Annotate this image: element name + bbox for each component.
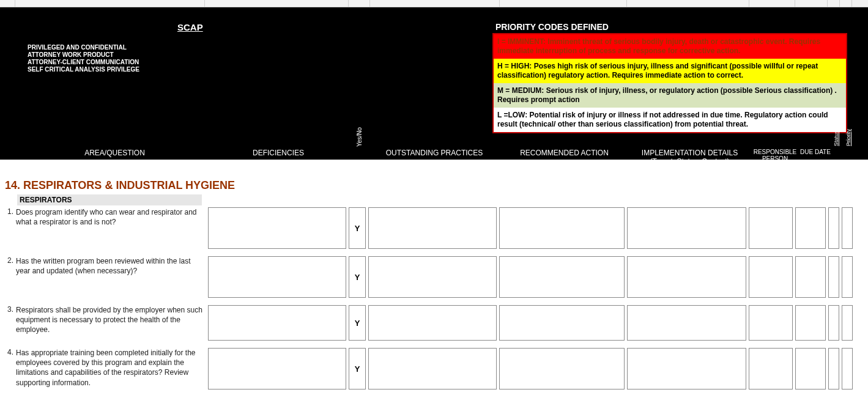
cell-responsible-person[interactable] <box>749 256 793 298</box>
cell-status[interactable] <box>828 348 839 389</box>
cell-deficiencies[interactable] <box>208 305 346 341</box>
privileged-block: PRIVILEGED AND CONFIDENTIAL ATTORNEY WOR… <box>28 44 139 73</box>
cell-recommended-action[interactable] <box>499 305 625 341</box>
cell-due-date[interactable] <box>795 207 826 249</box>
cell-priority[interactable] <box>842 348 853 389</box>
doc-title: SCAP <box>177 22 203 32</box>
priority-codes-title: PRIORITY CODES DEFINED <box>495 22 609 32</box>
cell-responsible-person[interactable] <box>749 305 793 341</box>
priv-line: SELF CRITICAL ANALYSIS PRIVILEGE <box>28 66 139 73</box>
answer-cells: Y <box>208 207 853 249</box>
question-number: 4. <box>0 348 16 356</box>
col-due-date: DUE DATE <box>800 149 831 155</box>
question-number: 3. <box>0 305 16 314</box>
cell-outstanding-practices[interactable] <box>368 348 497 389</box>
question-number: 1. <box>0 207 16 216</box>
cell-status[interactable] <box>828 305 839 341</box>
col-priority: Priority <box>845 135 851 146</box>
question-text: Has appropriate training been completed … <box>16 348 206 388</box>
cell-recommended-action[interactable] <box>499 207 625 249</box>
cell-due-date[interactable] <box>795 305 826 341</box>
priority-code-high: H = HIGH: Poses high risk of serious inj… <box>494 59 846 83</box>
cell-deficiencies[interactable] <box>208 207 346 249</box>
cell-outstanding-practices[interactable] <box>368 305 497 341</box>
cell-yes-no[interactable]: Y <box>349 256 366 298</box>
question-text: Does program identify who can wear and r… <box>16 207 206 227</box>
priority-code-imminent: I = IMMINENT: Imminent threat of serious… <box>494 34 846 59</box>
col-deficiencies: DEFICIENCIES <box>208 149 349 157</box>
question-row: 1.Does program identify who can wear and… <box>0 207 868 249</box>
cell-priority[interactable] <box>842 256 853 298</box>
cell-implementation-details[interactable] <box>627 348 746 389</box>
cell-status[interactable] <box>828 256 839 298</box>
col-outstanding-practices: OUTSTANDING PRACTICES <box>370 149 499 157</box>
section-title: 14. RESPIRATORS & INDUSTRIAL HYGIENE <box>5 179 868 192</box>
question-text: Respirators shall be provided by the emp… <box>16 305 206 335</box>
question-row: 2.Has the written program been reviewed … <box>0 256 868 298</box>
col-implementation-details: IMPLEMENTATION DETAILS (Target, Status, … <box>630 149 749 166</box>
question-row: 3.Respirators shall be provided by the e… <box>0 305 868 341</box>
cell-due-date[interactable] <box>795 256 826 298</box>
answer-cells: Y <box>208 305 853 341</box>
cell-yes-no[interactable]: Y <box>349 207 366 249</box>
cell-implementation-details[interactable] <box>627 207 746 249</box>
cell-status[interactable] <box>828 207 839 249</box>
question-number: 2. <box>0 256 16 265</box>
header-panel: SCAP PRIVILEGED AND CONFIDENTIAL ATTORNE… <box>0 7 868 160</box>
cell-responsible-person[interactable] <box>749 207 793 249</box>
cell-deficiencies[interactable] <box>208 256 346 298</box>
cell-yes-no[interactable]: Y <box>349 348 366 389</box>
subsection-header: RESPIRATORS <box>17 194 202 205</box>
priority-code-medium: M = MEDIUM: Serious risk of injury, illn… <box>494 83 846 108</box>
cell-deficiencies[interactable] <box>208 348 346 389</box>
question-row: 4.Has appropriate training been complete… <box>0 348 868 389</box>
answer-cells: Y <box>208 256 853 298</box>
column-ruler <box>0 0 868 7</box>
col-yes-no: Yes/No <box>356 131 363 147</box>
priv-line: ATTORNEY WORK PRODUCT <box>28 51 139 59</box>
cell-due-date[interactable] <box>795 348 826 389</box>
priority-codes-box: I = IMMINENT: Imminent threat of serious… <box>492 33 847 133</box>
col-area-question: AREA/QUESTION <box>24 149 205 157</box>
cell-recommended-action[interactable] <box>499 256 625 298</box>
cell-priority[interactable] <box>842 305 853 341</box>
cell-outstanding-practices[interactable] <box>368 256 497 298</box>
col-responsible-person: RESPONSIBLE PERSON <box>752 149 798 162</box>
priv-line: ATTORNEY-CLIENT COMMUNICATION <box>28 59 139 66</box>
col-status: Status <box>833 135 839 146</box>
answer-cells: Y <box>208 348 853 389</box>
cell-outstanding-practices[interactable] <box>368 207 497 249</box>
question-text: Has the written program been reviewed wi… <box>16 256 206 276</box>
priv-line: PRIVILEGED AND CONFIDENTIAL <box>28 44 139 51</box>
cell-responsible-person[interactable] <box>749 348 793 389</box>
col-recommended-action: RECOMMENDED ACTION <box>502 149 627 157</box>
cell-priority[interactable] <box>842 207 853 249</box>
cell-implementation-details[interactable] <box>627 305 746 341</box>
cell-yes-no[interactable]: Y <box>349 305 366 341</box>
cell-recommended-action[interactable] <box>499 348 625 389</box>
cell-implementation-details[interactable] <box>627 256 746 298</box>
priority-code-low: L =LOW: Potential risk of injury or illn… <box>494 108 846 132</box>
